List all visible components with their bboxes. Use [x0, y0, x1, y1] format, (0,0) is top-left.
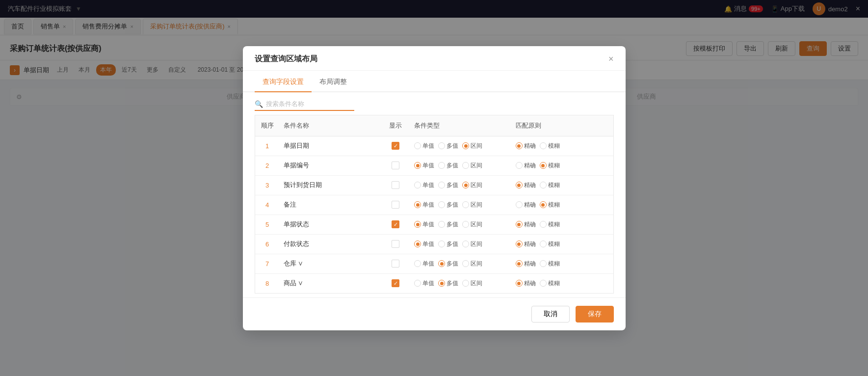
modal-close-btn[interactable]: × [608, 54, 614, 63]
modal-dialog: 设置查询区域布局 × 查询字段设置 布局调整 🔍 顺序 条件名称 显示 条件类型… [243, 46, 626, 114]
modal-tab-layout-adjust[interactable]: 布局调整 [312, 73, 355, 92]
modal-title: 设置查询区域布局 [255, 54, 317, 64]
search-input[interactable] [266, 100, 354, 107]
modal-header: 设置查询区域布局 × [243, 46, 626, 71]
modal-search-area: 🔍 [243, 92, 626, 114]
modal-overlay: 设置查询区域布局 × 查询字段设置 布局调整 🔍 顺序 条件名称 显示 条件类型… [0, 0, 868, 113]
search-input-wrap: 🔍 [255, 98, 354, 111]
modal-tabs: 查询字段设置 布局调整 [243, 73, 626, 92]
search-icon: 🔍 [255, 100, 263, 108]
modal-tab-query-fields[interactable]: 查询字段设置 [255, 73, 312, 92]
